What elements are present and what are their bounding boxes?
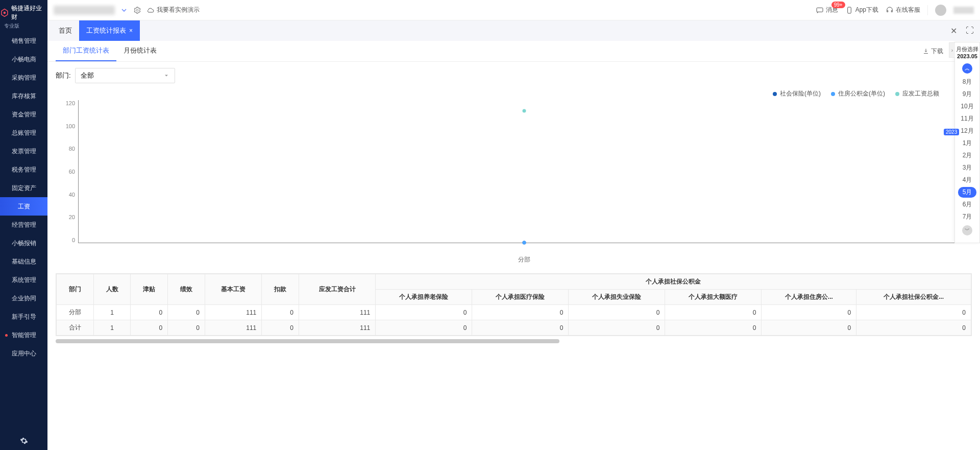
app-name: 畅捷通好业财 xyxy=(11,4,47,21)
message-icon xyxy=(816,6,824,14)
col-header: 个人承担医疗保险 xyxy=(472,290,569,305)
month-option[interactable]: 6月 xyxy=(958,199,976,210)
app-logo-icon xyxy=(0,8,9,17)
legend-item[interactable]: 应发工资总额 xyxy=(895,89,939,98)
month-option[interactable]: 7月 xyxy=(958,211,976,222)
month-option[interactable]: 9月 xyxy=(958,89,976,100)
col-header: 个人承担住房公... xyxy=(762,290,856,305)
sidebar-item-库存核算[interactable]: 库存核算 xyxy=(0,87,47,105)
demo-link-label: 我要看实例演示 xyxy=(157,6,200,14)
sidebar-item-固定资产[interactable]: 固定资产 xyxy=(0,179,47,197)
month-scroll-down[interactable]: ︾ xyxy=(962,225,972,235)
svg-rect-3 xyxy=(847,7,851,13)
sidebar-item-企业协同[interactable]: 企业协同 xyxy=(0,289,47,307)
tab-首页[interactable]: 首页 xyxy=(52,20,79,41)
chart-point xyxy=(523,241,526,245)
chart-plot xyxy=(78,100,970,243)
month-panel-collapse[interactable]: › xyxy=(949,42,955,58)
chevron-down-icon xyxy=(163,73,169,79)
sidebar-item-工资[interactable]: 工资 xyxy=(0,197,47,216)
download-icon xyxy=(923,48,929,54)
sidebar-item-新手引导[interactable]: 新手引导 xyxy=(0,307,47,326)
sidebar-item-系统管理[interactable]: 系统管理 xyxy=(0,271,47,289)
data-table: 部门人数津贴绩效基本工资扣款应发工资合计个人承担社保公积金个人承担养老保险个人承… xyxy=(56,274,971,336)
dept-select-value: 全部 xyxy=(81,71,94,80)
gear-icon xyxy=(20,437,28,445)
sidebar-item-总账管理[interactable]: 总账管理 xyxy=(0,124,47,142)
month-option[interactable]: 2月 xyxy=(958,150,976,161)
chart-legend: 社会保险(单位)住房公积金(单位)应发工资总额 xyxy=(58,89,970,98)
avatar[interactable] xyxy=(935,5,946,16)
demo-link[interactable]: 我要看实例演示 xyxy=(146,6,200,14)
report-panel: 部门工资统计表月份统计表 下载 刷新 部门: 全部 社会保险(单位)住房公积 xyxy=(47,41,980,450)
sidebar: 畅捷通好业财 专业版 销售管理小畅电商采购管理库存核算资金管理总账管理发票管理税… xyxy=(0,0,47,450)
sidebar-item-智能管理[interactable]: 智能管理 xyxy=(0,326,47,344)
messages-link[interactable]: 消息 xyxy=(816,6,838,14)
sidebar-item-税务管理[interactable]: 税务管理 xyxy=(0,160,47,179)
logo-area: 畅捷通好业财 专业版 xyxy=(0,0,47,32)
online-service-link[interactable]: 在线客服 xyxy=(886,6,920,14)
phone-icon xyxy=(845,6,853,14)
sidebar-item-资金管理[interactable]: 资金管理 xyxy=(0,105,47,124)
month-option[interactable]: 4月 xyxy=(958,175,976,185)
month-option[interactable]: 5月 xyxy=(958,187,976,198)
svg-rect-2 xyxy=(817,8,823,12)
col-header: 个人承担社保公积金... xyxy=(856,290,971,305)
month-option[interactable]: 11月 xyxy=(958,113,976,124)
close-all-tabs-button[interactable]: ✕ xyxy=(947,25,960,37)
sidebar-item-经营管理[interactable]: 经营管理 xyxy=(0,216,47,234)
main: 我要看实例演示 消息 App下载 在线客服 首页工资统计报表× ✕ xyxy=(47,0,980,450)
download-button[interactable]: 下载 xyxy=(923,47,943,56)
col-header: 基本工资 xyxy=(205,274,261,305)
col-header: 应发工资合计 xyxy=(299,274,376,305)
table-row: 合计1001110111000000 xyxy=(57,320,971,336)
sidebar-item-基础信息[interactable]: 基础信息 xyxy=(0,252,47,271)
sidebar-item-销售管理[interactable]: 销售管理 xyxy=(0,32,47,50)
dept-filter-label: 部门: xyxy=(56,71,71,80)
month-scroll-up[interactable]: ︽ xyxy=(962,63,972,74)
svg-point-1 xyxy=(136,9,138,11)
chevron-down-icon[interactable] xyxy=(120,6,128,14)
subtab-部门工资统计表[interactable]: 部门工资统计表 xyxy=(56,41,116,61)
month-option[interactable]: 8月 xyxy=(958,77,976,87)
table-row: 分部1001110111000000 xyxy=(57,305,971,320)
sidebar-item-应用中心[interactable]: 应用中心 xyxy=(0,344,47,363)
month-option[interactable]: 1月 xyxy=(958,138,976,149)
chart-x-label: 分部 xyxy=(58,255,970,264)
legend-item[interactable]: 社会保险(单位) xyxy=(773,89,821,98)
month-option[interactable]: 3月 xyxy=(958,162,976,173)
col-group-header: 个人承担社保公积金 xyxy=(376,274,971,290)
app-download-link[interactable]: App下载 xyxy=(845,6,878,14)
org-name-blurred xyxy=(54,6,115,15)
sidebar-item-发票管理[interactable]: 发票管理 xyxy=(0,142,47,160)
filter-row: 部门: 全部 xyxy=(47,62,980,89)
fullscreen-button[interactable]: ⛶ xyxy=(964,25,976,37)
month-list: 8月9月10月11月12月1月20232月3月4月5月6月7月 xyxy=(958,77,976,222)
tab-close-icon[interactable]: × xyxy=(129,27,133,34)
sidebar-item-小畅报销[interactable]: 小畅报销 xyxy=(0,234,47,252)
sidebar-item-采购管理[interactable]: 采购管理 xyxy=(0,68,47,87)
month-option[interactable]: 10月 xyxy=(958,101,976,112)
month-selector-panel: › 月份选择 2023.05 ︽ 8月9月10月11月12月1月20232月3月… xyxy=(954,42,980,243)
settings-button[interactable] xyxy=(0,432,47,450)
svg-point-0 xyxy=(4,12,6,14)
chart-point xyxy=(523,109,526,112)
year-tag: 2023 xyxy=(944,129,959,135)
username-blurred xyxy=(953,7,974,14)
dept-select[interactable]: 全部 xyxy=(75,68,175,83)
gear-icon[interactable] xyxy=(133,6,141,14)
sidebar-item-小畅电商[interactable]: 小畅电商 xyxy=(0,50,47,68)
page-tabs: 首页工资统计报表× ✕ ⛶ xyxy=(47,20,980,41)
col-header: 扣款 xyxy=(262,274,299,305)
tab-工资统计报表[interactable]: 工资统计报表× xyxy=(79,20,140,41)
topbar: 我要看实例演示 消息 App下载 在线客服 xyxy=(47,0,980,20)
cloud-icon xyxy=(146,6,155,14)
month-option[interactable]: 12月 xyxy=(958,126,976,136)
subtab-月份统计表[interactable]: 月份统计表 xyxy=(116,41,164,61)
col-header: 个人承担大额医疗 xyxy=(665,290,762,305)
horizontal-scrollbar[interactable] xyxy=(56,339,972,343)
headset-icon xyxy=(886,6,894,14)
col-header: 个人承担养老保险 xyxy=(376,290,472,305)
col-header: 部门 xyxy=(57,274,94,305)
legend-item[interactable]: 住房公积金(单位) xyxy=(831,89,885,98)
